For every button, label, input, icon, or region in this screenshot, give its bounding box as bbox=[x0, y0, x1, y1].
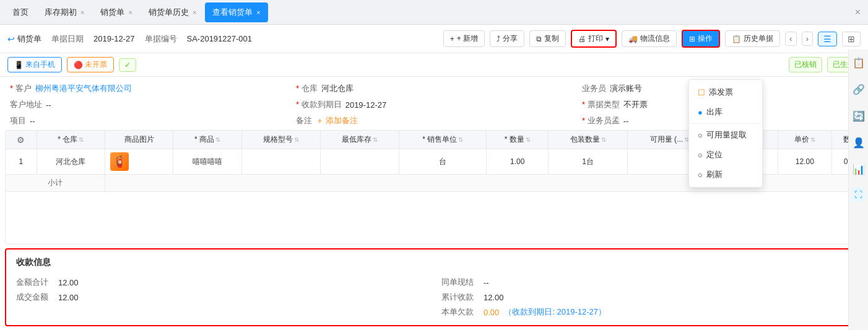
copy-label: 复制 bbox=[544, 33, 559, 44]
refresh-item[interactable]: ○ 刷新 bbox=[689, 165, 762, 185]
doc-header: ↩ 销货单 单据日期 2019-12-27 单据编号 SA-20191227-0… bbox=[0, 25, 868, 53]
sort-icon7: ⇅ bbox=[601, 136, 606, 143]
share-button[interactable]: ⤴ 分享 bbox=[490, 30, 524, 47]
add-invoice-icon: ☐ bbox=[698, 88, 705, 97]
new-button[interactable]: + + 新增 bbox=[443, 30, 485, 47]
row-quantity: 1.00 bbox=[487, 149, 549, 175]
logistics-button[interactable]: 🚚 物流信息 bbox=[622, 30, 677, 47]
doc-meta: 单据日期 2019-12-27 单据编号 SA-20191227-001 bbox=[51, 33, 252, 45]
operations-button[interactable]: ⊞ 操作 bbox=[682, 30, 720, 48]
sidebar-expand-icon[interactable]: ⛶ bbox=[852, 188, 865, 202]
payment-title: 收款信息 bbox=[16, 257, 852, 268]
sort-icon5: ⇅ bbox=[458, 136, 463, 143]
col-pack: 包装数量⇅ bbox=[549, 131, 627, 149]
available-qty-label: 可用量提取 bbox=[706, 129, 747, 141]
logistics-label: 物流信息 bbox=[640, 33, 670, 44]
doc-title-text: 销货单 bbox=[17, 33, 41, 45]
warehouse-row: 仓库 河北仓库 bbox=[296, 83, 572, 94]
row-pack-qty: 1台 bbox=[549, 149, 627, 175]
tab-view-sales[interactable]: 查看销货单 × bbox=[205, 2, 267, 22]
sidebar-notes-icon[interactable]: 📋 bbox=[850, 54, 867, 71]
customer-value[interactable]: 柳州粤港平安气体有限公司 bbox=[35, 83, 132, 94]
tab-sales-history-label: 销货单历史 bbox=[149, 7, 189, 18]
print-label: 打印 bbox=[588, 33, 603, 44]
doc-date-label: 单据日期 bbox=[51, 33, 84, 45]
outbound-item[interactable]: ● 出库 bbox=[689, 102, 762, 122]
payment-date-label: 收款到期日 bbox=[296, 99, 342, 110]
close-main-button[interactable]: × bbox=[855, 7, 861, 18]
tab-bar: 首页 库存期初 × 销货单 × 销货单历史 × 查看销货单 × × bbox=[0, 0, 868, 25]
add-note-icon: ＋ bbox=[316, 115, 324, 126]
history-button[interactable]: 📋 历史单据 bbox=[725, 30, 780, 47]
tab-view-sales-close[interactable]: × bbox=[256, 9, 260, 16]
history-icon: 📋 bbox=[732, 35, 741, 43]
action-bar: 📱 来自手机 🔴 未开票 ✓ 已核销 已生效 bbox=[0, 53, 868, 77]
operations-dropdown: ☐ 添发票 ● 出库 ○ 可用量提取 ○ 定位 ○ 刷新 bbox=[688, 79, 763, 188]
row-spec bbox=[241, 149, 320, 175]
warehouse-label: 仓库 bbox=[296, 83, 318, 94]
deal-amount-value: 12.00 bbox=[58, 293, 79, 302]
tab-sales[interactable]: 销货单 × bbox=[93, 2, 139, 22]
sort-icon4: ⇅ bbox=[373, 136, 378, 143]
payment-col-right: 同单现结 -- 累计收款 12.00 本单欠款 0.00 （收款到期日: 201… bbox=[441, 277, 852, 318]
tab-inventory-label: 库存期初 bbox=[45, 7, 77, 18]
tab-inventory[interactable]: 库存期初 × bbox=[37, 2, 92, 22]
col-pack-label: 包装数量 bbox=[570, 134, 600, 145]
col-price-label: 单价 bbox=[794, 134, 809, 145]
print-button[interactable]: 🖨 打印 ▾ bbox=[571, 30, 617, 48]
copy-button[interactable]: ⧉ 复制 bbox=[529, 30, 566, 47]
col-spec-label: 规格型号 bbox=[263, 134, 293, 145]
add-note-label: 添加备注 bbox=[326, 115, 358, 126]
col-config: ⚙ bbox=[6, 131, 37, 149]
tab-sales-history[interactable]: 销货单历史 × bbox=[141, 2, 204, 22]
sidebar-link-icon[interactable]: 🔗 bbox=[850, 81, 867, 98]
owed-value: 0.00 bbox=[484, 308, 499, 317]
add-invoice-item[interactable]: ☐ 添发票 bbox=[689, 82, 762, 102]
note-row: 备注 ＋ 添加备注 bbox=[296, 115, 572, 126]
row-min-stock bbox=[320, 149, 399, 175]
locate-item[interactable]: ○ 定位 bbox=[689, 145, 762, 165]
history-label: 历史单据 bbox=[744, 33, 773, 44]
col-warehouse: * 仓库⇅ bbox=[37, 131, 105, 149]
col-image-label: 商品图片 bbox=[124, 134, 154, 145]
from-phone-button[interactable]: 📱 来自手机 bbox=[7, 57, 62, 72]
grid-view-button[interactable]: ⊞ bbox=[842, 32, 861, 46]
available-qty-icon: ○ bbox=[698, 131, 703, 140]
config-icon[interactable]: ⚙ bbox=[17, 135, 25, 145]
tab-view-sales-label: 查看销货单 bbox=[212, 7, 253, 18]
address-label: 客户地址 bbox=[10, 99, 42, 110]
logistics-icon: 🚚 bbox=[628, 35, 638, 43]
not-open-button[interactable]: 🔴 未开票 bbox=[67, 57, 114, 72]
col-price: 单价⇅ bbox=[778, 131, 832, 149]
ticket-type-label: 票据类型 bbox=[582, 99, 620, 110]
tab-sales-close[interactable]: × bbox=[128, 9, 132, 16]
tab-inventory-close[interactable]: × bbox=[80, 9, 84, 16]
print-icon: 🖨 bbox=[578, 35, 586, 43]
address-row: 客户地址 -- bbox=[10, 99, 286, 110]
sidebar-refresh-icon[interactable]: 🔄 bbox=[850, 108, 867, 124]
payment-date-value: 2019-12-27 bbox=[345, 100, 387, 110]
available-qty-item[interactable]: ○ 可用量提取 bbox=[689, 125, 762, 145]
cancelled-badge: 已核销 bbox=[789, 57, 822, 72]
doc-title-area: ↩ 销货单 bbox=[7, 33, 41, 45]
print-dropdown-icon: ▾ bbox=[605, 35, 609, 43]
same-order-value: -- bbox=[484, 278, 489, 287]
tab-sales-history-close[interactable]: × bbox=[193, 9, 196, 16]
col-product: * 商品⇅ bbox=[173, 131, 241, 149]
row-unit: 台 bbox=[399, 149, 487, 175]
list-view-button[interactable]: ☰ bbox=[818, 32, 837, 46]
next-button[interactable]: › bbox=[802, 32, 813, 46]
salesman-label: 业务员 bbox=[582, 83, 606, 94]
payment-col-left: 金额合计 12.00 成交金额 12.00 bbox=[16, 277, 427, 318]
col-image: 商品图片 bbox=[105, 131, 173, 149]
operations-label: 操作 bbox=[698, 33, 713, 44]
prev-button[interactable]: ‹ bbox=[785, 32, 796, 46]
tab-home[interactable]: 首页 bbox=[5, 2, 36, 22]
sidebar-chart-icon[interactable]: 📊 bbox=[850, 161, 867, 178]
cumulative-label: 累计收款 bbox=[441, 292, 479, 303]
col-unit-label: * 销售单位 bbox=[422, 134, 457, 145]
sort-icon3: ⇅ bbox=[294, 136, 299, 143]
add-note-button[interactable]: ＋ 添加备注 bbox=[316, 115, 358, 126]
project-row: 项目 -- bbox=[10, 115, 286, 126]
sidebar-user-icon[interactable]: 👤 bbox=[850, 134, 867, 151]
